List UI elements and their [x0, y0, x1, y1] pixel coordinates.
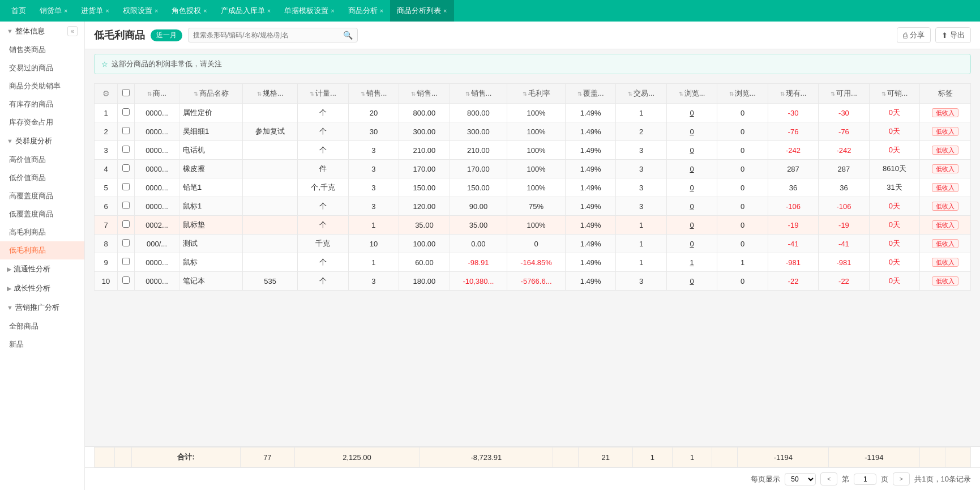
period-tag[interactable]: 近一月 — [151, 29, 182, 41]
trade-link[interactable]: 0 — [690, 109, 694, 117]
row-checkbox[interactable] — [118, 104, 135, 122]
row-trade[interactable]: 1 — [666, 253, 717, 272]
nav-purchase[interactable]: 进货单 × — [74, 0, 115, 22]
nav-home[interactable]: 首页 — [5, 0, 33, 22]
row-checkbox[interactable] — [118, 216, 135, 235]
select-all-checkbox[interactable] — [122, 89, 130, 96]
trade-link[interactable]: 0 — [690, 277, 694, 286]
share-button[interactable]: ⎙ 分享 — [897, 27, 931, 43]
trade-link[interactable]: 0 — [690, 202, 694, 211]
col-stock-days[interactable]: ⇅可销... — [869, 84, 919, 104]
collapse-button[interactable]: « — [67, 26, 78, 36]
row-trade[interactable]: 0 — [666, 178, 717, 197]
row-select[interactable] — [122, 239, 130, 246]
sidebar-item-sales-products[interactable]: 销售类商品 — [0, 41, 84, 59]
row-checkbox[interactable] — [118, 197, 135, 216]
gear-icon[interactable]: ⚙ — [102, 89, 110, 98]
col-code[interactable]: ⇅商... — [135, 84, 179, 104]
col-spec[interactable]: ⇅规格... — [243, 84, 298, 104]
row-checkbox[interactable] — [118, 141, 135, 160]
row-select[interactable] — [122, 164, 130, 172]
per-page-select[interactable]: 50 100 200 — [785, 473, 816, 485]
sidebar-item-low-value[interactable]: 低价值商品 — [0, 169, 84, 187]
nav-roles-close[interactable]: × — [203, 7, 207, 14]
row-select[interactable] — [122, 108, 130, 116]
sidebar-item-stocked-products[interactable]: 有库存的商品 — [0, 95, 84, 113]
row-trade[interactable]: 0 — [666, 272, 717, 291]
nav-product-analysis[interactable]: 商品分析 × — [341, 0, 390, 22]
col-sale-qty[interactable]: ⇅销售... — [348, 84, 399, 104]
next-page-button[interactable]: ＞ — [893, 472, 910, 485]
col-sale-amount[interactable]: ⇅销售... — [399, 84, 450, 104]
page-number-input[interactable] — [854, 474, 876, 485]
row-checkbox[interactable] — [118, 160, 135, 178]
row-trade[interactable]: 0 — [666, 141, 717, 160]
sidebar-group-growth[interactable]: ▶ 成长性分析 — [0, 279, 84, 298]
row-select[interactable] — [122, 220, 130, 228]
nav-template-settings[interactable]: 单据模板设置 × — [277, 0, 341, 22]
search-icon[interactable]: 🔍 — [343, 31, 353, 40]
sidebar-item-low-margin[interactable]: 低毛利商品 — [0, 241, 84, 259]
trade-link[interactable]: 0 — [690, 127, 694, 136]
row-checkbox[interactable] — [118, 235, 135, 253]
col-coverage[interactable]: ⇅覆盖... — [565, 84, 615, 104]
row-select[interactable] — [122, 127, 130, 134]
sidebar-group-overall[interactable]: ▼ 整体信息 « — [0, 22, 84, 41]
nav-roles[interactable]: 角色授权 × — [165, 0, 213, 22]
sidebar-group-marketing[interactable]: ▼ 营销推广分析 — [0, 298, 84, 317]
sidebar-item-category-rate[interactable]: 商品分类助销率 — [0, 77, 84, 95]
col-unit[interactable]: ⇅计量... — [298, 84, 348, 104]
row-select[interactable] — [122, 258, 130, 265]
trade-link[interactable]: 0 — [690, 221, 694, 229]
row-trade[interactable]: 0 — [666, 216, 717, 235]
nav-template-close[interactable]: × — [331, 7, 334, 14]
row-trade[interactable]: 0 — [666, 122, 717, 141]
row-select[interactable] — [122, 276, 130, 284]
row-checkbox[interactable] — [118, 272, 135, 291]
nav-analysis-list-close[interactable]: × — [443, 7, 447, 14]
col-browse2[interactable]: ⇅浏览... — [717, 84, 768, 104]
nav-sales-close[interactable]: × — [64, 7, 67, 14]
row-select[interactable] — [122, 146, 130, 153]
col-stock-current[interactable]: ⇅现有... — [768, 84, 818, 104]
row-trade[interactable]: 0 — [666, 197, 717, 216]
nav-analysis-close[interactable]: × — [380, 7, 383, 14]
row-trade[interactable]: 0 — [666, 160, 717, 178]
nav-products-inbound[interactable]: 产成品入库单 × — [214, 0, 277, 22]
sidebar-item-traded-products[interactable]: 交易过的商品 — [0, 59, 84, 77]
trade-link[interactable]: 0 — [690, 184, 694, 192]
trade-link[interactable]: 0 — [690, 146, 694, 155]
col-settings[interactable]: ⚙ — [95, 84, 118, 104]
row-checkbox[interactable] — [118, 178, 135, 197]
nav-permissions-close[interactable]: × — [155, 7, 158, 14]
sidebar-item-all-products[interactable]: 全部商品 — [0, 317, 84, 335]
trade-link[interactable]: 0 — [690, 165, 694, 173]
row-select[interactable] — [122, 202, 130, 209]
col-name[interactable]: ⇅商品名称 — [179, 84, 242, 104]
col-trade[interactable]: ⇅交易... — [616, 84, 666, 104]
col-browse1[interactable]: ⇅浏览... — [666, 84, 717, 104]
row-select[interactable] — [122, 183, 130, 190]
sidebar-group-circulation[interactable]: ▶ 流通性分析 — [0, 259, 84, 279]
sidebar-item-low-coverage[interactable]: 低覆盖度商品 — [0, 205, 84, 223]
search-input[interactable] — [193, 31, 343, 39]
row-checkbox[interactable] — [118, 122, 135, 141]
row-checkbox[interactable] — [118, 253, 135, 272]
col-sale-rate[interactable]: ⇅销售... — [450, 84, 507, 104]
nav-products-close[interactable]: × — [267, 7, 271, 14]
sidebar-item-high-margin[interactable]: 高毛利商品 — [0, 223, 84, 241]
nav-product-analysis-list[interactable]: 商品分析列表 × — [390, 0, 453, 22]
col-gross[interactable]: ⇅毛利率 — [507, 84, 566, 104]
nav-sales[interactable]: 销货单 × — [33, 0, 74, 22]
sidebar-item-high-coverage[interactable]: 高覆盖度商品 — [0, 187, 84, 205]
prev-page-button[interactable]: ＜ — [820, 472, 837, 485]
trade-link[interactable]: 1 — [690, 258, 694, 267]
sidebar-group-cluster[interactable]: ▼ 类群度分析 — [0, 131, 84, 151]
sidebar-item-stock-capital[interactable]: 库存资金占用 — [0, 113, 84, 131]
export-button[interactable]: ⬆ 导出 — [935, 27, 971, 43]
col-checkbox[interactable] — [118, 84, 135, 104]
nav-purchase-close[interactable]: × — [105, 7, 109, 14]
nav-permissions[interactable]: 权限设置 × — [116, 0, 165, 22]
trade-link[interactable]: 0 — [690, 240, 694, 248]
row-trade[interactable]: 0 — [666, 104, 717, 122]
